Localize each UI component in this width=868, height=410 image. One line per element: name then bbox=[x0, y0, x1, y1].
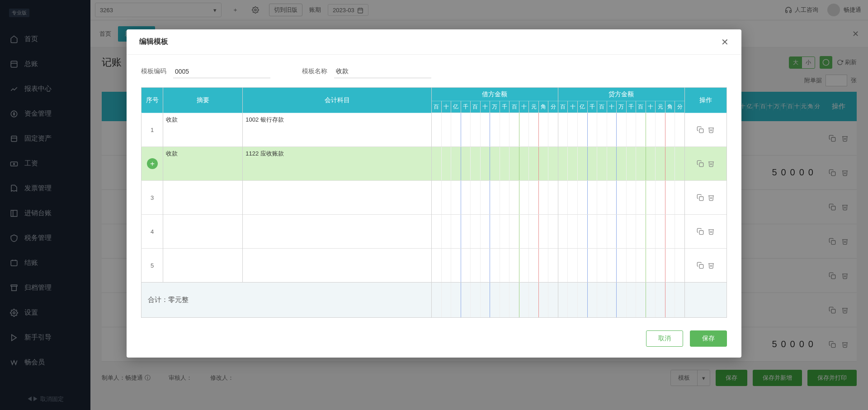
account-cell[interactable] bbox=[243, 249, 432, 283]
modal-title: 编辑模板 bbox=[139, 37, 168, 47]
credit-cell[interactable] bbox=[558, 249, 684, 283]
row-ops bbox=[684, 147, 726, 181]
svg-rect-29 bbox=[699, 231, 703, 235]
digit-header: 十 bbox=[568, 101, 578, 113]
account-cell[interactable] bbox=[243, 181, 432, 215]
row-ops bbox=[684, 249, 726, 283]
trash-icon[interactable] bbox=[708, 194, 715, 201]
digit-header: 元 bbox=[656, 101, 665, 113]
total-label: 合计：零元整 bbox=[142, 283, 432, 318]
summary-cell[interactable] bbox=[163, 181, 243, 215]
trash-icon[interactable] bbox=[708, 228, 715, 235]
template-row[interactable]: 3 bbox=[142, 181, 727, 215]
svg-rect-26 bbox=[699, 129, 703, 133]
copy-icon[interactable] bbox=[697, 262, 704, 269]
template-row[interactable]: 5 bbox=[142, 249, 727, 283]
credit-cell[interactable] bbox=[558, 181, 684, 215]
add-row-icon[interactable]: ＋ bbox=[147, 158, 158, 169]
seq-cell: ＋ bbox=[142, 147, 163, 181]
digit-header: 百 bbox=[597, 101, 607, 113]
svg-rect-27 bbox=[699, 163, 703, 167]
credit-cell[interactable] bbox=[558, 113, 684, 147]
digit-header: 百 bbox=[636, 101, 646, 113]
digit-header: 千 bbox=[587, 101, 597, 113]
row-ops bbox=[684, 113, 726, 147]
seq-cell: 3 bbox=[142, 181, 163, 215]
th-summary: 摘要 bbox=[163, 88, 243, 113]
debit-cell[interactable] bbox=[432, 147, 558, 181]
template-row[interactable]: ＋收款1122 应收账款 bbox=[142, 147, 727, 181]
digit-header: 百 bbox=[509, 101, 519, 113]
th-ops: 操作 bbox=[684, 88, 726, 113]
svg-rect-28 bbox=[699, 197, 703, 201]
th-seq: 序号 bbox=[142, 88, 163, 113]
seq-cell: 4 bbox=[142, 215, 163, 249]
digit-header: 千 bbox=[461, 101, 471, 113]
row-ops bbox=[684, 215, 726, 249]
template-row[interactable]: 1收款1002 银行存款 bbox=[142, 113, 727, 147]
digit-header: 角 bbox=[538, 101, 548, 113]
th-debit: 借方金额 bbox=[432, 88, 558, 101]
digit-header: 十 bbox=[646, 101, 656, 113]
copy-icon[interactable] bbox=[697, 194, 704, 201]
template-name-label: 模板名称 bbox=[302, 67, 327, 75]
edit-template-modal: 编辑模板 ✕ 模板编码 模板名称 序号 摘要 会计科目 借方金额 贷方金额 bbox=[127, 29, 741, 358]
th-credit: 贷方金额 bbox=[558, 88, 684, 101]
digit-header: 百 bbox=[432, 101, 442, 113]
debit-cell[interactable] bbox=[432, 113, 558, 147]
template-name-input[interactable] bbox=[334, 65, 431, 78]
digit-header: 十 bbox=[607, 101, 617, 113]
digit-header: 元 bbox=[529, 101, 539, 113]
row-ops bbox=[684, 181, 726, 215]
digit-header: 亿 bbox=[578, 101, 588, 113]
account-cell[interactable] bbox=[243, 215, 432, 249]
save-template-button[interactable]: 保存 bbox=[690, 330, 727, 347]
debit-cell[interactable] bbox=[432, 249, 558, 283]
digit-header: 万 bbox=[490, 101, 500, 113]
template-code-label: 模板编码 bbox=[141, 67, 166, 75]
digit-header: 十 bbox=[480, 101, 490, 113]
digit-header: 亿 bbox=[451, 101, 461, 113]
debit-cell[interactable] bbox=[432, 215, 558, 249]
seq-cell: 1 bbox=[142, 113, 163, 147]
modal-close-icon[interactable]: ✕ bbox=[721, 37, 729, 47]
digit-header: 千 bbox=[500, 101, 509, 113]
template-row[interactable]: 4 bbox=[142, 215, 727, 249]
summary-cell[interactable]: 收款 bbox=[163, 147, 243, 181]
credit-cell[interactable] bbox=[558, 215, 684, 249]
account-cell[interactable]: 1122 应收账款 bbox=[243, 147, 432, 181]
digit-header: 分 bbox=[548, 101, 558, 113]
th-account: 会计科目 bbox=[243, 88, 432, 113]
seq-cell: 5 bbox=[142, 249, 163, 283]
digit-header: 百 bbox=[558, 101, 568, 113]
template-code-input[interactable] bbox=[173, 65, 270, 78]
digit-header: 千 bbox=[626, 101, 636, 113]
summary-cell[interactable] bbox=[163, 215, 243, 249]
trash-icon[interactable] bbox=[708, 262, 715, 269]
copy-icon[interactable] bbox=[697, 228, 704, 235]
trash-icon[interactable] bbox=[708, 160, 715, 167]
digit-header: 角 bbox=[665, 101, 675, 113]
digit-header: 万 bbox=[617, 101, 627, 113]
digit-header: 十 bbox=[441, 101, 451, 113]
cancel-button[interactable]: 取消 bbox=[646, 330, 683, 347]
credit-cell[interactable] bbox=[558, 147, 684, 181]
summary-cell[interactable] bbox=[163, 249, 243, 283]
trash-icon[interactable] bbox=[708, 126, 715, 133]
svg-rect-30 bbox=[699, 264, 703, 269]
digit-header: 百 bbox=[471, 101, 481, 113]
summary-cell[interactable]: 收款 bbox=[163, 113, 243, 147]
copy-icon[interactable] bbox=[697, 160, 704, 167]
account-cell[interactable]: 1002 银行存款 bbox=[243, 113, 432, 147]
copy-icon[interactable] bbox=[697, 126, 704, 133]
digit-header: 分 bbox=[675, 101, 685, 113]
digit-header: 十 bbox=[519, 101, 529, 113]
template-table: 序号 摘要 会计科目 借方金额 贷方金额 操作 百十亿千百十万千百十元角分百十亿… bbox=[141, 87, 727, 318]
debit-cell[interactable] bbox=[432, 181, 558, 215]
